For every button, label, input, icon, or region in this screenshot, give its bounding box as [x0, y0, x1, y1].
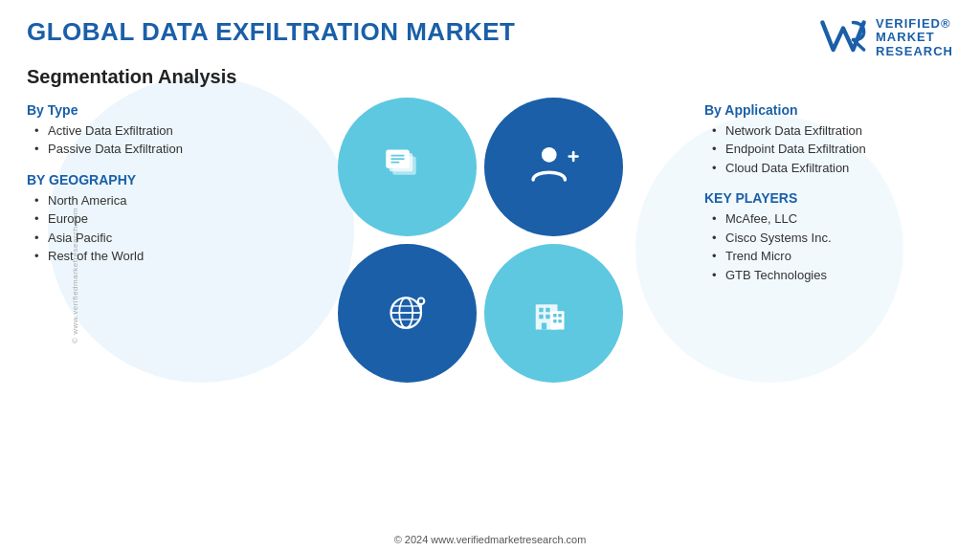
svg-rect-25	[558, 314, 562, 318]
list-item: Cloud Data Exfiltration	[712, 159, 953, 178]
key-players-title: KEY PLAYERS	[704, 190, 953, 206]
by-application-title: By Application	[704, 102, 953, 118]
circle-bottom-left	[338, 244, 477, 383]
logo-verified: VERIFIED®	[876, 17, 953, 31]
section-title: Segmentation Analysis	[27, 66, 953, 88]
category-by-application: By Application Network Data Exfiltration…	[704, 102, 953, 178]
by-type-title: By Type	[27, 102, 256, 118]
svg-rect-19	[539, 308, 543, 312]
circles-grid	[338, 98, 623, 383]
logo-research: RESEARCH	[876, 45, 953, 58]
center-circles	[256, 98, 704, 383]
header: GLOBAL DATA EXFILTRATION MARKET VERIFIED…	[27, 17, 953, 58]
circle-bottom-right	[484, 244, 623, 383]
vmr-logo-icon	[818, 18, 868, 56]
svg-point-16	[418, 299, 422, 303]
category-by-type: By Type Active Data Exfiltration Passive…	[27, 102, 256, 159]
globe-pin-icon	[374, 279, 441, 346]
key-players-list: McAfee, LLC Cisco Systems Inc. Trend Mic…	[704, 209, 953, 284]
right-panel: By Application Network Data Exfiltration…	[704, 98, 953, 298]
list-item: Passive Data Exfiltration	[34, 140, 256, 159]
list-item: Rest of the World	[34, 247, 256, 266]
circle-top-right	[484, 98, 623, 236]
list-item: Europe	[34, 209, 256, 229]
circle-top-left	[338, 98, 477, 236]
logo-area: VERIFIED® MARKET RESEARCH	[818, 17, 953, 58]
by-geography-title: BY GEOGRAPHY	[27, 172, 256, 187]
svg-rect-20	[546, 308, 549, 312]
footer: © 2024 www.verifiedmarketresearch.com	[27, 532, 953, 545]
by-type-list: Active Data Exfiltration Passive Data Ex…	[27, 121, 256, 159]
list-item: Active Data Exfiltration	[34, 121, 256, 141]
list-item: Trend Micro	[712, 247, 953, 266]
category-key-players: KEY PLAYERS McAfee, LLC Cisco Systems In…	[704, 190, 953, 284]
list-item: McAfee, LLC	[712, 209, 953, 229]
logo-market: MARKET	[876, 31, 953, 44]
page-title: GLOBAL DATA EXFILTRATION MARKET	[27, 17, 515, 47]
building-icon	[521, 279, 588, 346]
svg-rect-26	[553, 320, 557, 323]
data-shield-icon	[374, 133, 441, 200]
svg-rect-27	[558, 320, 562, 323]
user-plus-icon	[521, 133, 588, 200]
footer-text: © 2024 www.verifiedmarketresearch.com	[394, 534, 587, 545]
list-item: Asia Pacific	[34, 229, 256, 248]
list-item: GTB Technologies	[712, 266, 953, 285]
left-panel: By Type Active Data Exfiltration Passive…	[27, 98, 256, 279]
svg-point-6	[541, 147, 556, 163]
svg-rect-24	[553, 314, 557, 318]
by-application-list: Network Data Exfiltration Endpoint Data …	[704, 121, 953, 178]
svg-rect-22	[546, 315, 549, 319]
svg-rect-23	[541, 323, 546, 330]
list-item: Endpoint Data Exfiltration	[712, 140, 953, 159]
content-area: By Type Active Data Exfiltration Passive…	[27, 98, 953, 528]
svg-rect-18	[550, 312, 564, 330]
list-item: North America	[34, 191, 256, 210]
list-item: Cisco Systems Inc.	[712, 229, 953, 248]
svg-rect-21	[539, 315, 543, 319]
page-wrapper: GLOBAL DATA EXFILTRATION MARKET VERIFIED…	[0, 0, 980, 551]
by-geography-list: North America Europe Asia Pacific Rest o…	[27, 191, 256, 266]
logo-text: VERIFIED® MARKET RESEARCH	[876, 17, 953, 58]
list-item: Network Data Exfiltration	[712, 121, 953, 141]
category-by-geography: BY GEOGRAPHY North America Europe Asia P…	[27, 172, 256, 266]
